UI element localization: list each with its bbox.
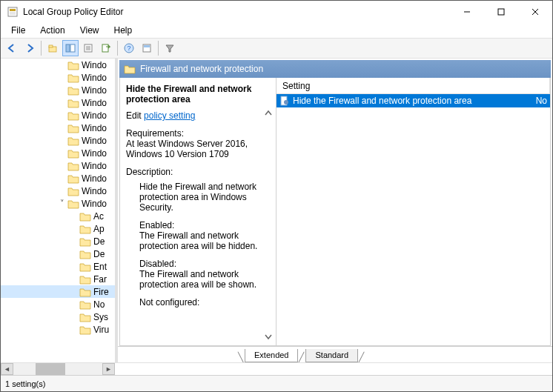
svg-rect-9 xyxy=(66,44,70,52)
folder-icon xyxy=(79,287,91,297)
tree-item[interactable]: De xyxy=(1,235,115,248)
tree-expand-icon[interactable]: ˅ xyxy=(57,199,67,208)
tree-item[interactable]: Windo xyxy=(1,134,115,147)
description-label: Description: xyxy=(126,167,271,177)
enabled-text: The Firewall and network protection area… xyxy=(139,230,271,251)
requirements-text: At least Windows Server 2016, Windows 10… xyxy=(126,139,271,159)
tree-item[interactable]: Ent xyxy=(1,260,115,273)
menu-action[interactable]: Action xyxy=(33,24,72,37)
folder-icon xyxy=(79,312,91,322)
tree-item-label: Sys xyxy=(93,312,108,322)
tree-item[interactable]: Windo xyxy=(1,71,115,84)
folder-icon xyxy=(67,148,79,159)
tree-horizontal-scrollbar[interactable]: ◄ ► xyxy=(1,362,552,375)
tree-item-label: Far xyxy=(93,274,107,285)
tree-item-label: Windo xyxy=(82,98,107,108)
svg-rect-4 xyxy=(498,9,504,15)
tree-item[interactable]: Ac xyxy=(1,210,115,222)
folder-icon xyxy=(67,186,79,196)
tree-item[interactable]: Windo xyxy=(1,185,115,197)
list-header: Setting xyxy=(276,78,550,94)
tree-pane[interactable]: WindoWindoWindoWindoWindoWindoWindoWindo… xyxy=(1,59,115,362)
tree-item-label: Windo xyxy=(82,85,107,96)
tree-item[interactable]: Fire xyxy=(1,285,115,298)
enabled-section: Enabled: The Firewall and network protec… xyxy=(126,220,271,251)
back-button[interactable] xyxy=(4,40,20,56)
tree-item[interactable]: Windo xyxy=(1,122,115,134)
tree-item-label: De xyxy=(93,249,105,259)
menu-help[interactable]: Help xyxy=(107,24,140,37)
svg-rect-2 xyxy=(10,12,16,15)
titlebar: Local Group Policy Editor xyxy=(1,1,552,23)
policy-setting-link[interactable]: policy setting xyxy=(144,110,195,121)
requirements-section: Requirements: At least Windows Server 20… xyxy=(126,128,271,159)
minimize-button[interactable] xyxy=(450,1,484,23)
tree-item[interactable]: Windo xyxy=(1,159,115,172)
properties-button[interactable] xyxy=(80,40,96,56)
requirements-label: Requirements: xyxy=(126,128,271,139)
folder-icon xyxy=(79,262,91,272)
options-button[interactable] xyxy=(139,40,155,56)
close-button[interactable] xyxy=(518,1,552,23)
window-title: Local Group Policy Editor xyxy=(23,7,450,17)
scroll-thumb[interactable] xyxy=(36,363,65,375)
help-button[interactable]: ? xyxy=(121,40,137,56)
disabled-label: Disabled: xyxy=(139,259,271,269)
menu-file[interactable]: File xyxy=(4,24,33,37)
svg-rect-15 xyxy=(102,44,108,52)
tree-item-label: Windo xyxy=(82,136,107,146)
svg-text:?: ? xyxy=(127,44,130,52)
tree-item[interactable]: Windo xyxy=(1,147,115,159)
tree-item[interactable]: Windo xyxy=(1,84,115,96)
column-setting[interactable]: Setting xyxy=(276,78,550,93)
scroll-track[interactable] xyxy=(13,363,102,375)
list-row-state: No xyxy=(526,96,547,106)
tree-item[interactable]: Viru xyxy=(1,323,115,336)
tree-item[interactable]: No xyxy=(1,298,115,310)
tree-item-label: Ac xyxy=(93,211,104,222)
tree-item[interactable]: Windo xyxy=(1,96,115,109)
forward-button[interactable] xyxy=(21,40,38,56)
maximize-button[interactable] xyxy=(484,1,518,23)
filter-button[interactable] xyxy=(162,40,178,56)
folder-icon xyxy=(79,299,91,310)
tree-item-label: Viru xyxy=(93,325,109,335)
tree-item-label: Windo xyxy=(82,173,107,184)
tree-item-label: Fire xyxy=(93,287,109,297)
svg-rect-1 xyxy=(10,9,16,11)
scroll-down-icon[interactable] xyxy=(262,330,274,342)
svg-rect-19 xyxy=(144,45,150,47)
folder-icon xyxy=(67,73,79,83)
disabled-section: Disabled: The Firewall and network prote… xyxy=(126,259,271,290)
folder-icon xyxy=(67,136,79,146)
tree-item[interactable]: Sys xyxy=(1,310,115,323)
folder-icon xyxy=(67,85,79,96)
export-button[interactable] xyxy=(98,40,114,56)
svg-point-21 xyxy=(284,100,288,104)
window-controls xyxy=(450,1,552,23)
tree-item[interactable]: Windo xyxy=(1,59,115,71)
menu-view[interactable]: View xyxy=(73,24,107,37)
tree-item[interactable]: Ap xyxy=(1,222,115,235)
tree-item[interactable]: Windo xyxy=(1,109,115,122)
toolbar-separator xyxy=(158,41,159,56)
toolbar-separator xyxy=(41,41,42,56)
list-rows: Hide the Firewall and network protection… xyxy=(276,94,550,345)
edit-line: Edit policy setting xyxy=(126,110,271,121)
toolbar: ? xyxy=(1,38,552,59)
scroll-up-icon[interactable] xyxy=(262,107,274,119)
tree-item[interactable]: De xyxy=(1,248,115,260)
description-section: Description: Hide the Firewall and netwo… xyxy=(126,167,271,213)
folder-icon xyxy=(67,199,79,209)
show-hide-tree-button[interactable] xyxy=(62,40,79,56)
scroll-left-button[interactable]: ◄ xyxy=(1,363,13,375)
tree-item[interactable]: Far xyxy=(1,273,115,285)
up-button[interactable] xyxy=(44,40,61,56)
tree-item[interactable]: ˅Windo xyxy=(1,197,115,210)
folder-icon xyxy=(67,161,79,171)
tab-standard[interactable]: Standard xyxy=(305,349,358,362)
tree-item[interactable]: Windo xyxy=(1,172,115,185)
tab-extended[interactable]: Extended xyxy=(245,349,298,362)
list-row[interactable]: Hide the Firewall and network protection… xyxy=(276,94,550,107)
scroll-right-button[interactable]: ► xyxy=(102,363,115,375)
